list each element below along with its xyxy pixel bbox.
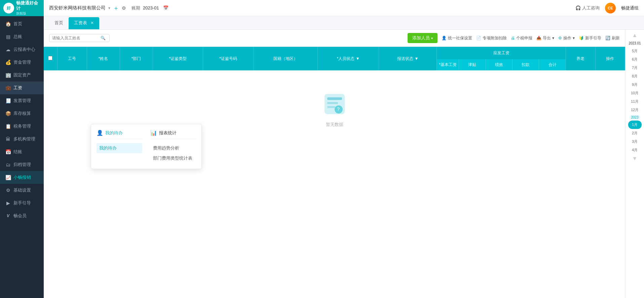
th-action: 操作 xyxy=(595,47,625,70)
sidebar-item-basic[interactable]: ⚙ 基础设置 xyxy=(0,184,44,197)
sidebar-item-archive[interactable]: 🗂 归档管理 xyxy=(0,158,44,171)
time-month-3[interactable]: 3月 xyxy=(626,137,644,146)
th-subsidy: 津贴 xyxy=(459,59,486,70)
member-icon: V xyxy=(5,213,11,218)
customer-service-label: 人工咨询 xyxy=(582,5,600,11)
tax-icon: 📋 xyxy=(5,124,11,129)
multi-icon: 🏛 xyxy=(5,136,11,142)
action-refresh-label: 刷新 xyxy=(612,35,620,41)
popup-item-my-todo[interactable]: 我的待办 xyxy=(97,143,142,153)
time-month-2[interactable]: 2月 xyxy=(626,129,644,137)
sidebar-item-close[interactable]: 📅 结账 xyxy=(0,145,44,158)
sidebar-item-assets[interactable]: 🏢 固定资产 xyxy=(0,69,44,81)
time-month-5[interactable]: 5月 xyxy=(626,47,644,55)
sidebar-item-tax[interactable]: 📋 税务管理 xyxy=(0,120,44,133)
sidebar: 好 畅捷通好会计 旗舰版 🏠 首页 ▤ 总账 ☁ 云报表中心 💰 资金管理 🏢 … xyxy=(0,0,44,298)
sidebar-item-multi[interactable]: 🏛 多机构管理 xyxy=(0,133,44,145)
todo-title-icon: 👤 xyxy=(97,130,103,136)
th-checkbox[interactable] xyxy=(44,47,57,70)
sidebar-label-assets: 固定资产 xyxy=(13,72,31,78)
sidebar-item-cloud[interactable]: ☁ 云报表中心 xyxy=(0,43,44,56)
time-month-1[interactable]: 1月 xyxy=(628,121,642,129)
main-area: 西安虾米网络科技有限公司 ▾ ＋ ⚙ 账期 2023-01 📅 🎧 人工咨询 C… xyxy=(44,0,644,298)
basic-icon: ⚙ xyxy=(5,188,11,193)
settings-icon[interactable]: ⚙ xyxy=(122,5,126,11)
popup-col-todo: 👤 我的待办 我的待办 xyxy=(97,130,142,163)
time-nav-down[interactable]: ▼ xyxy=(631,154,639,163)
sidebar-item-general[interactable]: ▤ 总账 xyxy=(0,30,44,43)
action-operate[interactable]: ⚙ 操作 ▾ xyxy=(558,35,575,41)
search-icon[interactable]: 🔍 xyxy=(101,36,106,40)
xiaochang-icon: 📈 xyxy=(5,175,11,180)
add-company-button[interactable]: ＋ xyxy=(113,4,119,12)
deduction-icon: 📄 xyxy=(476,36,481,40)
action-guide[interactable]: 🔰 新手引导 xyxy=(579,35,601,41)
action-export[interactable]: 📤 导出 ▾ xyxy=(536,35,554,41)
sidebar-label-inventory: 库存核算 xyxy=(13,110,31,117)
tab-salary[interactable]: 工资表 ✕ xyxy=(69,17,99,29)
data-table: 工号 *姓名 *部门 *证鉴类型 *证鉴号码 国籍（地区） *人员状态 ▼ 报送… xyxy=(44,47,625,298)
th-country: 国籍（地区） xyxy=(253,47,317,70)
guide-btn-icon: 🔰 xyxy=(579,36,584,40)
tax-icon: 🖨 xyxy=(511,36,515,40)
sidebar-item-guide[interactable]: ▶ 新手引导 xyxy=(0,197,44,209)
sidebar-item-salary[interactable]: 💼 工资 xyxy=(0,81,44,94)
time-month-8[interactable]: 8月 xyxy=(626,72,644,80)
sidebar-label-guide: 新手引导 xyxy=(13,200,31,206)
report-title-icon: 📊 xyxy=(150,130,157,136)
add-person-dropdown-arrow: ▾ xyxy=(431,36,433,40)
empty-icon: ? xyxy=(321,91,348,118)
app-name: 畅捷通好会计 xyxy=(16,0,40,11)
time-month-9[interactable]: 9月 xyxy=(626,80,644,89)
popup-item-dept-cost[interactable]: 部门费用类型统计表 xyxy=(150,153,196,163)
toolbar: 🔍 添加人员 ▾ 👤 统一社保设置 📄 专项附加扣除 xyxy=(44,30,625,47)
export-icon: 📤 xyxy=(536,36,541,40)
avatar-initials: CE xyxy=(608,6,613,10)
sidebar-label-general: 总账 xyxy=(13,34,22,40)
time-month-6[interactable]: 6月 xyxy=(626,55,644,64)
sidebar-item-xiaochang[interactable]: 📈 小畅报销 xyxy=(0,171,44,184)
sidebar-item-fund[interactable]: 💰 资金管理 xyxy=(0,56,44,69)
action-export-label: 导出 xyxy=(543,35,551,41)
toolbar-right: 添加人员 ▾ 👤 统一社保设置 📄 专项附加扣除 🖨 个税申报 xyxy=(408,33,620,43)
tab-home[interactable]: 首页 xyxy=(49,17,69,29)
time-month-10[interactable]: 10月 xyxy=(626,89,644,97)
action-refresh[interactable]: 🔄 刷新 xyxy=(605,35,620,41)
assets-icon: 🏢 xyxy=(5,72,11,78)
popup-item-cost-trend[interactable]: 费用趋势分析 xyxy=(150,143,196,153)
customer-service-button[interactable]: 🎧 人工咨询 xyxy=(575,5,600,11)
calendar-icon[interactable]: 📅 xyxy=(163,5,168,10)
action-social[interactable]: 👤 统一社保设置 xyxy=(442,35,472,41)
time-month-7[interactable]: 7月 xyxy=(626,64,644,72)
add-person-button[interactable]: 添加人员 ▾ xyxy=(408,33,438,43)
svg-text:?: ? xyxy=(337,106,340,112)
app-sub: 旗舰版 xyxy=(16,11,40,16)
company-dropdown-arrow[interactable]: ▾ xyxy=(108,6,110,10)
th-name: *姓名 xyxy=(87,47,120,70)
tab-close-icon[interactable]: ✕ xyxy=(90,21,94,25)
sidebar-label-invoice: 发票管理 xyxy=(13,98,31,104)
home-icon: 🏠 xyxy=(5,21,11,27)
topbar: 西安虾米网络科技有限公司 ▾ ＋ ⚙ 账期 2023-01 📅 🎧 人工咨询 C… xyxy=(44,0,644,16)
time-year-badge: 2023 xyxy=(630,115,640,120)
sidebar-item-invoice[interactable]: 🧾 发票管理 xyxy=(0,94,44,107)
add-person-label: 添加人员 xyxy=(412,35,430,41)
time-month-12[interactable]: 12月 xyxy=(626,106,644,114)
svg-rect-1 xyxy=(327,97,342,100)
time-month-4[interactable]: 4月 xyxy=(626,146,644,154)
search-input[interactable] xyxy=(52,36,99,40)
period-label: 账期 xyxy=(131,5,140,11)
time-month-11[interactable]: 11月 xyxy=(626,97,644,106)
operate-icon: ⚙ xyxy=(558,36,562,40)
sidebar-item-member[interactable]: V 畅会员 xyxy=(0,209,44,222)
popup-col-report-title: 📊 报表统计 xyxy=(150,130,196,139)
action-tax[interactable]: 🖨 个税申报 xyxy=(511,35,532,41)
select-all-checkbox[interactable] xyxy=(48,56,52,60)
sidebar-item-home[interactable]: 🏠 首页 xyxy=(0,18,44,30)
search-box: 🔍 xyxy=(49,34,110,42)
sidebar-item-inventory[interactable]: 📦 库存核算 xyxy=(0,107,44,120)
action-deduction[interactable]: 📄 专项附加扣除 xyxy=(476,35,507,41)
time-nav-up[interactable]: ▲ xyxy=(631,31,639,40)
user-avatar[interactable]: CE xyxy=(605,3,616,13)
time-year-label: 2023.01 xyxy=(626,40,644,47)
